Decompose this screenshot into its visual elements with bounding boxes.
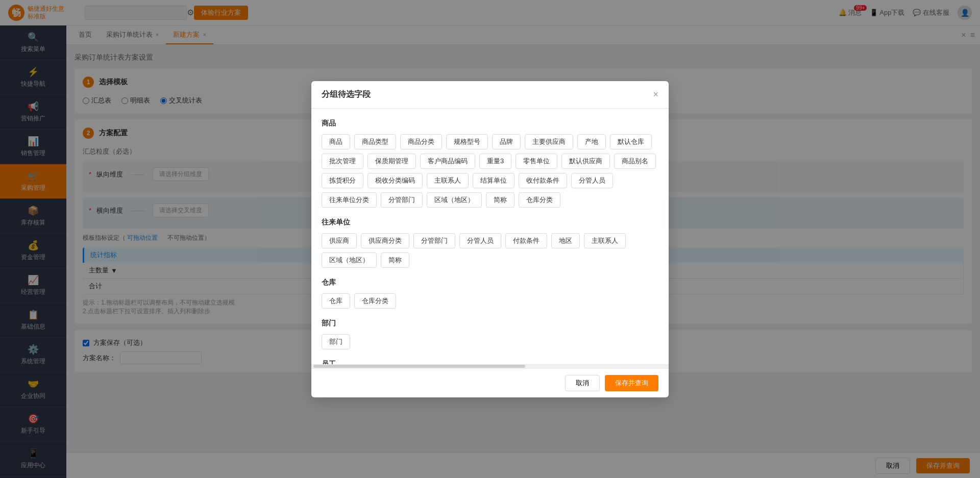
modal-body[interactable]: 商品 商品 商品类型 商品分类 规格型号 品牌 主要供应商 产地 默认仓库 批次… xyxy=(311,109,669,365)
chip-payment-terms[interactable]: 收付款条件 xyxy=(519,173,567,188)
chip-short-name-counterpart[interactable]: 简称 xyxy=(381,253,409,268)
chip-default-supplier[interactable]: 默认供应商 xyxy=(561,154,610,169)
chip-department[interactable]: 部门 xyxy=(322,334,350,349)
modal-close-button[interactable]: × xyxy=(653,89,658,100)
chip-goods[interactable]: 商品 xyxy=(322,134,350,149)
chip-customer-code[interactable]: 客户商品编码 xyxy=(420,154,475,169)
modal-header: 分组待选字段 × xyxy=(311,81,669,109)
section-goods-title: 商品 xyxy=(322,119,658,128)
chip-main-supplier[interactable]: 主要供应商 xyxy=(525,134,573,149)
chip-brand[interactable]: 品牌 xyxy=(492,134,521,149)
modal-overlay: 分组待选字段 × 商品 商品 商品类型 商品分类 规格型号 品牌 主要供应商 产… xyxy=(0,0,980,478)
chip-main-contact-counterpart[interactable]: 主联系人 xyxy=(584,233,626,248)
chip-area-counterpart[interactable]: 区域（地区） xyxy=(322,253,377,268)
chip-supplier[interactable]: 供应商 xyxy=(322,233,357,248)
modal-cancel-button[interactable]: 取消 xyxy=(565,375,600,391)
section-department-chips: 部门 xyxy=(322,334,658,349)
chip-origin[interactable]: 产地 xyxy=(577,134,606,149)
chip-warehouse[interactable]: 仓库 xyxy=(322,293,350,309)
chip-region-goods[interactable]: 区域（地区） xyxy=(427,192,482,208)
chip-main-contact[interactable]: 主联系人 xyxy=(427,173,469,188)
chip-manager-counterpart[interactable]: 分管人员 xyxy=(459,233,501,248)
section-counterpart: 往来单位 供应商 供应商分类 分管部门 分管人员 付款条件 地区 主联系人 区域… xyxy=(322,218,658,268)
modal-hscrollbar[interactable] xyxy=(311,364,669,368)
chip-dept[interactable]: 分管部门 xyxy=(381,192,423,208)
section-department: 部门 部门 xyxy=(322,319,658,349)
chip-supplier-category[interactable]: 供应商分类 xyxy=(361,233,409,248)
chip-settlement-unit[interactable]: 结算单位 xyxy=(473,173,514,188)
section-warehouse-chips: 仓库 仓库分类 xyxy=(322,293,658,309)
chip-shelf-life[interactable]: 保质期管理 xyxy=(368,154,416,169)
chip-region-counterpart[interactable]: 地区 xyxy=(551,233,580,248)
chip-goods-alias[interactable]: 商品别名 xyxy=(614,154,656,169)
modal-footer: 取消 保存并查询 xyxy=(311,368,669,397)
section-warehouse: 仓库 仓库 仓库分类 xyxy=(322,278,658,309)
section-counterpart-title: 往来单位 xyxy=(322,218,658,227)
chip-warehouse-category[interactable]: 仓库分类 xyxy=(354,293,396,309)
chip-batch-mgmt[interactable]: 批次管理 xyxy=(322,154,363,169)
section-department-title: 部门 xyxy=(322,319,658,328)
chip-weight3[interactable]: 重量3 xyxy=(479,154,511,169)
chip-dept-counterpart[interactable]: 分管部门 xyxy=(413,233,455,248)
section-goods: 商品 商品 商品类型 商品分类 规格型号 品牌 主要供应商 产地 默认仓库 批次… xyxy=(322,119,658,208)
chip-tax-code[interactable]: 税收分类编码 xyxy=(368,173,423,188)
chip-counterpart-category[interactable]: 往来单位分类 xyxy=(322,192,377,208)
section-counterpart-chips: 供应商 供应商分类 分管部门 分管人员 付款条件 地区 主联系人 区域（地区） … xyxy=(322,233,658,268)
chip-default-warehouse[interactable]: 默认仓库 xyxy=(610,134,652,149)
chip-warehouse-category-goods[interactable]: 仓库分类 xyxy=(519,192,560,208)
chip-retail-unit[interactable]: 零售单位 xyxy=(516,154,557,169)
chip-goods-category[interactable]: 商品分类 xyxy=(400,134,442,149)
chip-short-name-goods[interactable]: 简称 xyxy=(486,192,514,208)
section-employee-title: 员工 xyxy=(322,360,658,365)
chip-payment-cond[interactable]: 付款条件 xyxy=(505,233,547,248)
section-employee: 员工 业务员 xyxy=(322,360,658,365)
chip-pick-score[interactable]: 拣货积分 xyxy=(322,173,363,188)
chip-manager[interactable]: 分管人员 xyxy=(571,173,613,188)
modal-title: 分组待选字段 xyxy=(322,89,371,100)
chip-goods-type[interactable]: 商品类型 xyxy=(354,134,396,149)
chip-spec-model[interactable]: 规格型号 xyxy=(446,134,488,149)
field-select-modal: 分组待选字段 × 商品 商品 商品类型 商品分类 规格型号 品牌 主要供应商 产… xyxy=(311,81,669,397)
modal-confirm-button[interactable]: 保存并查询 xyxy=(605,375,658,391)
section-warehouse-title: 仓库 xyxy=(322,278,658,287)
section-goods-chips: 商品 商品类型 商品分类 规格型号 品牌 主要供应商 产地 默认仓库 批次管理 … xyxy=(322,134,658,208)
